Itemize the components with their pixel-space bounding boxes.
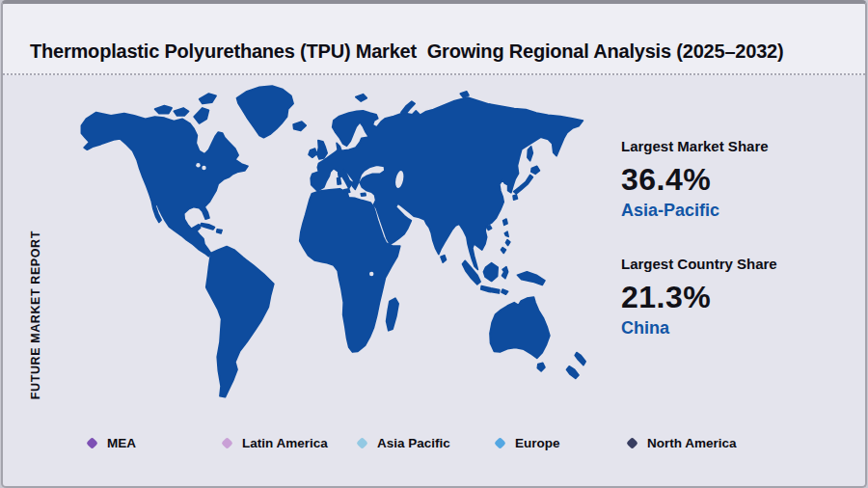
largest-market-share-block: Largest Market Share 36.4% Asia-Pacific [621,137,862,221]
australia [490,297,550,358]
legend-item-latin-america: Latin America [223,432,328,453]
legend: MEA Latin America Asia Pacific Europe No… [3,432,865,455]
legend-dot-mea [86,437,98,449]
world-map [61,85,589,415]
legend-dot-asia-pacific [356,437,368,449]
legend-label-europe: Europe [515,436,560,450]
iceland [293,122,306,130]
header-band: Thermoplastic Polyurethanes (TPU) Market… [3,4,865,75]
market-share-value: 36.4% [621,162,862,197]
page-title: Thermoplastic Polyurethanes (TPU) Market… [30,41,783,63]
legend-item-asia-pacific: Asia Pacific [358,432,450,453]
legend-item-mea: MEA [88,432,136,453]
market-share-region: Asia-Pacific [621,200,862,221]
legend-dot-latin-america [221,437,233,449]
madagascar [387,298,399,331]
greenland [236,86,293,138]
largest-country-share-block: Largest Country Share 21.3% China [621,255,862,339]
legend-label-asia-pacific: Asia Pacific [377,436,450,450]
legend-dot-europe [494,437,506,449]
continent-north-america [81,113,248,257]
philippines [501,231,509,253]
legend-label-mea: MEA [107,436,136,450]
vertical-watermark: FUTURE MARKET REPORT [22,233,49,397]
watermark-text: FUTURE MARKET REPORT [29,230,42,399]
legend-dot-north-america [626,437,638,449]
country-share-label: Largest Country Share [621,255,862,274]
continent-south-america [206,247,274,397]
legend-item-europe: Europe [496,432,560,453]
legend-item-north-america: North America [628,432,737,453]
legend-label-north-america: North America [647,436,737,450]
country-share-region: China [621,317,862,339]
legend-label-latin-america: Latin America [242,436,328,450]
british-isles [309,141,327,159]
tasmania-new-zealand [537,353,585,379]
market-share-label: Largest Market Share [621,137,862,156]
caribbean-islands [201,224,222,233]
infographic-frame: Thermoplastic Polyurethanes (TPU) Market… [1,0,867,488]
world-map-container [61,85,589,415]
country-share-value: 21.3% [621,280,862,314]
